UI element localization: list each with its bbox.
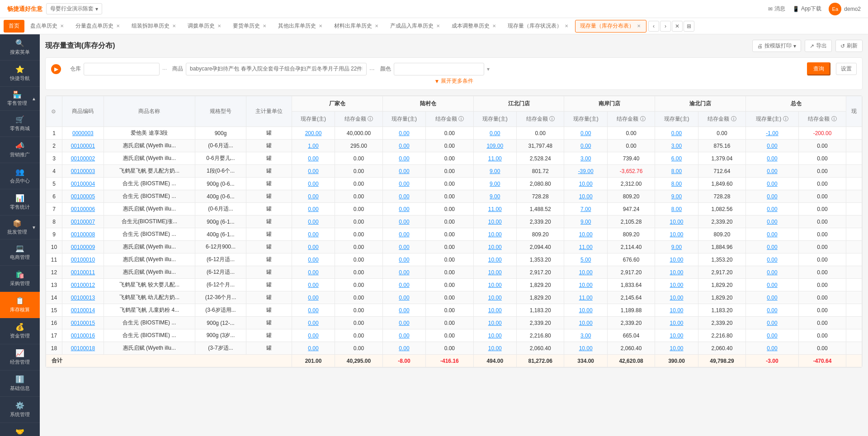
export-btn[interactable]: ↗ 导出 — [805, 40, 832, 52]
sidebar-item-operation[interactable]: 📈 经营管理 — [0, 344, 40, 370]
settings-btn[interactable]: 设置 — [836, 63, 857, 75]
summary-label: 合计 — [46, 355, 292, 367]
row-total-qty: 0.00 — [746, 241, 799, 253]
close-icon[interactable]: ✕ — [59, 23, 65, 29]
close-icon[interactable]: ✕ — [262, 23, 267, 29]
product-input[interactable] — [186, 63, 367, 75]
product-search-icon[interactable]: ··· — [369, 66, 375, 73]
tab-cost-adjust[interactable]: 成本调整单历史 ✕ — [447, 20, 502, 33]
row-jb-qty: 10.00 — [473, 304, 516, 317]
search-btn[interactable]: 查询 — [807, 62, 830, 75]
row-lc-qty: 0.00 — [382, 253, 425, 266]
col-group-jiangbei: 江北门店 — [473, 96, 564, 112]
row-no: 15 — [46, 304, 62, 317]
row-lc-amt: 0.00 — [426, 203, 474, 216]
sidebar-item-search[interactable]: 🔍 搜索英单 — [0, 34, 40, 61]
row-cf-amt: 0.00 — [335, 165, 383, 178]
tab-close-all-btn[interactable]: ✕ — [672, 21, 683, 32]
sidebar-item-marketing[interactable]: 📣 营销推广 — [0, 137, 40, 163]
color-dropdown-icon[interactable]: ▾ — [487, 66, 490, 72]
close-icon[interactable]: ✕ — [491, 23, 497, 29]
col-jb-qty: 现存量(主) — [473, 112, 516, 127]
row-no: 2 — [46, 140, 62, 152]
print-btn[interactable]: 🖨 按模版打印 ▾ — [752, 40, 801, 52]
sidebar-item-inventory[interactable]: 📋 库存核算 — [0, 292, 40, 318]
tab-label: 盘点单历史 — [30, 22, 57, 30]
row-total-amt: 0.00 — [798, 178, 846, 190]
row-cf-qty: 0.00 — [292, 329, 335, 342]
sidebar-item-nav[interactable]: ⭐ 快捷导航 — [0, 61, 40, 87]
table-settings-icon[interactable]: ⚙ — [49, 107, 58, 116]
tab-assembly[interactable]: 组装拆卸单历史 ✕ — [127, 20, 182, 33]
color-input[interactable] — [394, 63, 484, 75]
close-icon[interactable]: ✕ — [636, 23, 642, 29]
sidebar-item-retail-shop[interactable]: 🛒 零售商城 — [0, 111, 40, 137]
tab-product-inbound[interactable]: 产成品入库单历史 ✕ — [385, 20, 446, 33]
row-no: 17 — [46, 329, 62, 342]
tab-expand-btn[interactable]: ⊞ — [684, 21, 694, 32]
sidebar-item-collab[interactable]: 🤝 企业协同 — [0, 423, 40, 436]
col-group-factory: 厂家仓 — [292, 96, 382, 112]
tab-material-outbound[interactable]: 材料出库单历史 ✕ — [329, 20, 384, 33]
tab-transfer[interactable]: 调拨单历史 ✕ — [183, 20, 227, 33]
close-icon[interactable]: ✕ — [564, 23, 569, 29]
sidebar-item-finance[interactable]: 💰 资金管理 — [0, 318, 40, 344]
expand-conditions-btn[interactable]: ▼ 展开更多条件 — [434, 77, 474, 85]
tab-next-btn[interactable]: › — [660, 21, 671, 32]
row-yb-qty: 10.00 — [655, 216, 698, 228]
row-lc-qty: 0.00 — [382, 329, 425, 342]
ellipsis-icon[interactable]: ··· — [162, 66, 167, 72]
tab-stock-status[interactable]: 现存量（库存状况表） ✕ — [503, 20, 574, 33]
sidebar-item-purchase[interactable]: 🛍️ 采购管理 — [0, 266, 40, 292]
summary-cf-amt: 40,295.00 — [335, 355, 383, 367]
close-icon[interactable]: ✕ — [318, 23, 323, 29]
tab-requisition[interactable]: 要货单历史 ✕ — [228, 20, 272, 33]
sidebar-item-member[interactable]: 👥 会员中心 — [0, 163, 40, 189]
sidebar-item-wholesale[interactable]: 📦 批发管理 ▼ — [0, 216, 40, 239]
filter-toggle-btn[interactable]: ▶ — [51, 64, 61, 74]
row-total-amt: 0.00 — [798, 291, 846, 304]
table-wrap: ⚙ 商品编码 商品名称 规格型号 主计量单位 厂家仓 陆村仓 江北门店 南岸门店… — [45, 95, 863, 368]
close-icon[interactable]: ✕ — [374, 23, 379, 29]
row-jb-amt: 1,353.20 — [516, 253, 564, 266]
sidebar-item-ecommerce[interactable]: 💻 电商管理 — [0, 239, 40, 266]
row-yb-amt: 0.00 — [698, 127, 746, 140]
row-jb-amt: 2,094.40 — [516, 241, 564, 253]
tab-partial-count[interactable]: 分量盘点单历史 ✕ — [71, 20, 126, 33]
store-selector[interactable]: 母婴行业演示陈套 ▾ — [46, 3, 102, 14]
close-icon[interactable]: ✕ — [171, 23, 177, 29]
row-cf-qty: 0.00 — [292, 253, 335, 266]
refresh-icon: ↺ — [840, 43, 845, 49]
close-icon[interactable]: ✕ — [115, 23, 121, 29]
row-yb-amt: 2,339.20 — [698, 216, 746, 228]
row-cf-amt: 0.00 — [335, 266, 383, 279]
row-na-amt: 947.24 — [607, 203, 655, 216]
row-no: 18 — [46, 342, 62, 355]
message-btn[interactable]: ✉ 消息 — [768, 5, 785, 13]
tab-stock-dist[interactable]: 现存量（库存分布表） ✕ — [575, 20, 646, 33]
user-info[interactable]: Ea demo2 — [829, 3, 861, 15]
row-cf-qty: 0.00 — [292, 165, 335, 178]
tab-prev-btn[interactable]: ‹ — [648, 21, 659, 32]
summary-row: 合计 201.00 40,295.00 -8.00 -416.16 494.00… — [46, 355, 862, 367]
sidebar-item-retail-mgmt[interactable]: 🏪 零售管理 ▲ — [0, 87, 40, 111]
summary-total-amt: -470.64 — [798, 355, 846, 367]
row-name: 飞鹤星飞帆 儿童奶粉 4... — [104, 304, 195, 317]
summary-na-qty: 334.00 — [564, 355, 607, 367]
close-icon[interactable]: ✕ — [435, 23, 441, 29]
sidebar-item-retail-stats[interactable]: 📊 零售统计 — [0, 189, 40, 216]
row-yb-amt: 1,829.20 — [698, 279, 746, 291]
row-jb-qty: 9.00 — [473, 165, 516, 178]
tab-inventory-count[interactable]: 盘点单历史 ✕ — [25, 20, 70, 33]
row-spec: 400g (0-6... — [195, 190, 246, 203]
close-icon[interactable]: ✕ — [217, 23, 222, 29]
row-yb-qty: 10.00 — [655, 228, 698, 241]
tab-other-outbound[interactable]: 其他出库单历史 ✕ — [273, 20, 328, 33]
tab-home[interactable]: 首页 — [4, 20, 24, 33]
warehouse-input[interactable] — [84, 63, 160, 75]
row-spec: 900g (6-1... — [195, 216, 246, 228]
refresh-btn[interactable]: ↺ 刷新 — [835, 40, 863, 52]
sidebar-item-system[interactable]: ⚙️ 系统管理 — [0, 397, 40, 423]
app-download-btn[interactable]: 📱 App下载 — [793, 5, 821, 13]
sidebar-item-basic-info[interactable]: ℹ️ 基础信息 — [0, 370, 40, 397]
